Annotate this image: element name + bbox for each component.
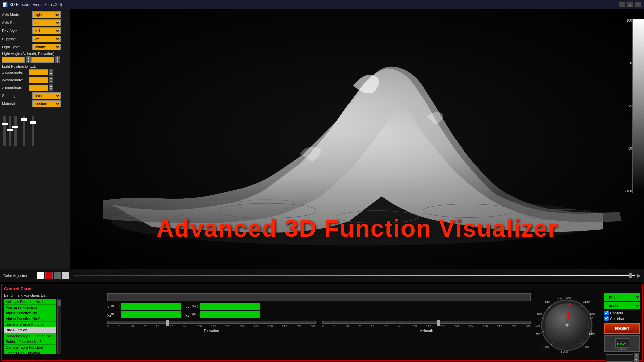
clipping-select[interactable]: off on xyxy=(32,36,61,42)
azimuth-track[interactable] xyxy=(322,321,531,324)
y-coord-input[interactable]: 0.00 xyxy=(29,77,48,83)
shading-row: Shading: interp flat faceted xyxy=(2,92,68,99)
formula-input[interactable]: x1.*sin(x2)+x2.*cos(x1) xyxy=(107,293,531,301)
azimuth-up[interactable]: ▲ xyxy=(26,56,31,60)
z-up[interactable]: ▲ xyxy=(49,84,53,88)
svg-text:1300: 1300 xyxy=(590,312,596,316)
azimuth-thumb[interactable] xyxy=(437,320,440,326)
z-coord-input[interactable]: 1.00 xyxy=(29,85,48,91)
z-down[interactable]: ▼ xyxy=(49,88,53,91)
app-title: 3D Function Visualizer (v.2.0) xyxy=(10,2,62,7)
color-adj-bar: Color Adjustments: ▶ xyxy=(0,269,644,282)
function-list-item[interactable]: Carrom Table Function xyxy=(4,345,56,350)
y-up[interactable]: ▲ xyxy=(49,77,53,80)
list-scrollbar[interactable] xyxy=(57,299,61,354)
function-list-item[interactable]: Banana Shape Function xyxy=(4,322,56,327)
x-up[interactable]: ▲ xyxy=(49,69,53,72)
z-spinners: ▲ ▼ xyxy=(49,84,53,91)
contour-checkbox[interactable] xyxy=(604,311,609,315)
function-list-item[interactable]: Bird Function xyxy=(4,327,56,333)
x-coord-input[interactable]: 1.00 xyxy=(29,69,48,75)
resolution-input[interactable]: 1000.00 xyxy=(606,354,633,362)
slider-track-3[interactable] xyxy=(14,116,17,146)
close-button[interactable]: ✕ xyxy=(635,2,641,7)
y-down[interactable]: ▼ xyxy=(49,80,53,83)
slider-track-4[interactable] xyxy=(23,116,25,146)
elevation-track[interactable] xyxy=(107,321,316,324)
color-swatch-lightgray[interactable] xyxy=(62,272,69,279)
azimuth-label: Azimuth xyxy=(322,329,531,333)
elevation-thumb[interactable] xyxy=(166,320,169,326)
azimuth-down[interactable]: ▼ xyxy=(26,60,31,63)
box-style-select[interactable]: full half none xyxy=(32,27,61,34)
axis-status-select[interactable]: off on xyxy=(32,19,61,26)
monitor-button[interactable]: ▶ PLAY xyxy=(604,335,640,352)
clipping-row: Clipping: off on xyxy=(2,36,68,42)
dial-svg: 1000 1150 1300 1450 1600 1750 1900 250 4… xyxy=(533,293,600,357)
function-editor: x1.*sin(x2)+x2.*cos(x1) x₁min : -6.283 x… xyxy=(107,293,531,357)
slider-thumb-5[interactable] xyxy=(30,121,36,124)
elevation-label: Elevation xyxy=(107,329,316,333)
elevation-up[interactable]: ▲ xyxy=(55,56,60,60)
elevation-spinners: ▲ ▼ xyxy=(55,56,60,63)
svg-text:1900: 1900 xyxy=(542,345,549,349)
azimuth-input[interactable]: 90.00 xyxy=(2,57,25,63)
titlebar-left: 📊 3D Function Visualizer (v.2.0) xyxy=(3,2,62,7)
function-list-item[interactable]: Bohachevsky's Function No.1 xyxy=(4,333,56,339)
x1-max-input[interactable]: 6.283 xyxy=(200,303,260,310)
colorbar-label-0: 0 xyxy=(625,61,632,65)
color-swatch-red[interactable] xyxy=(45,272,53,279)
function-list[interactable]: Ackley's Function No.1Adjiman's Function… xyxy=(4,299,56,354)
control-inner: Benchmark Functions List : Ackley's Func… xyxy=(4,293,640,357)
slider-track-5[interactable] xyxy=(32,116,34,146)
x2-min-input[interactable]: -6.283 xyxy=(121,311,181,318)
light-type-row: Light Type: infinite local xyxy=(2,44,68,50)
slider-thumb-4[interactable] xyxy=(21,118,27,121)
svg-point-20 xyxy=(565,323,569,327)
slider-thumb-2[interactable] xyxy=(7,129,13,131)
control-panel: Control Panel Benchmark Functions List :… xyxy=(1,284,643,361)
function-list-label: Benchmark Functions List : xyxy=(4,293,105,297)
slider-track-1[interactable] xyxy=(3,116,6,146)
mesh-dropdown[interactable]: mesh surface contour xyxy=(604,302,640,309)
shading-select[interactable]: interp flat faceted xyxy=(32,92,61,99)
colorbar-checkbox[interactable] xyxy=(604,316,609,321)
resolution-down[interactable]: ▼ xyxy=(634,358,639,362)
shading-label: Shading: xyxy=(2,94,32,98)
scrollbar-thumb[interactable] xyxy=(58,300,61,306)
color-adj-thumb[interactable] xyxy=(629,273,632,278)
viz-area: Advanced 3D Function Visualizer 100 0 -5… xyxy=(70,9,644,269)
color-adj-slider[interactable] xyxy=(74,275,635,276)
slider-track-2[interactable] xyxy=(9,116,11,146)
minimize-button[interactable]: — xyxy=(619,2,625,7)
material-select[interactable]: custom default dull xyxy=(32,100,61,107)
elevation-input[interactable]: 200.00 xyxy=(31,57,54,63)
x1-min-input[interactable]: -6.283 xyxy=(121,303,181,310)
light-type-select[interactable]: infinite local xyxy=(32,44,61,50)
axis-mode-select[interactable]: tight auto equal xyxy=(32,11,61,18)
color-swatch-gray[interactable] xyxy=(54,272,61,279)
maximize-button[interactable]: □ xyxy=(627,2,633,7)
function-list-item[interactable]: Alpine Function No.1 xyxy=(4,310,56,316)
function-list-item[interactable]: Bukin's Function No.6 xyxy=(4,339,56,345)
slider-thumb-1[interactable] xyxy=(2,123,8,125)
clipping-label: Clipping: xyxy=(2,37,32,41)
color-swatch-white[interactable] xyxy=(37,272,44,279)
x-down[interactable]: ▼ xyxy=(49,72,53,76)
resolution-up[interactable]: ▲ xyxy=(634,353,639,358)
svg-text:1450: 1450 xyxy=(589,333,595,336)
light-angle-label: Light Angle (Azimuth, Elevation): xyxy=(2,52,68,56)
function-list-item[interactable]: Chen's Bird Function xyxy=(4,350,56,354)
x2-max-input[interactable]: 6.283 xyxy=(200,311,260,318)
elevation-scale: 0 24 48 72 96 120 144 168 192 216 240 26… xyxy=(107,325,316,328)
reset-button[interactable]: RESET xyxy=(604,323,640,334)
elevation-section: 0 24 48 72 96 120 144 168 192 216 240 26… xyxy=(107,321,316,333)
elevation-down[interactable]: ▼ xyxy=(55,60,60,63)
colorbar-label-neg50: -50 xyxy=(625,147,632,150)
function-list-item[interactable]: Adjiman's Function xyxy=(4,305,56,310)
light-type-label: Light Type: xyxy=(2,45,32,49)
function-list-item[interactable]: Ackley's Function No.1 xyxy=(4,299,56,305)
slider-thumb-3[interactable] xyxy=(12,126,18,128)
function-list-item[interactable]: Alpine Function No.2 xyxy=(4,316,56,322)
color-dropdown[interactable]: gray jet hot cool xyxy=(604,293,640,301)
